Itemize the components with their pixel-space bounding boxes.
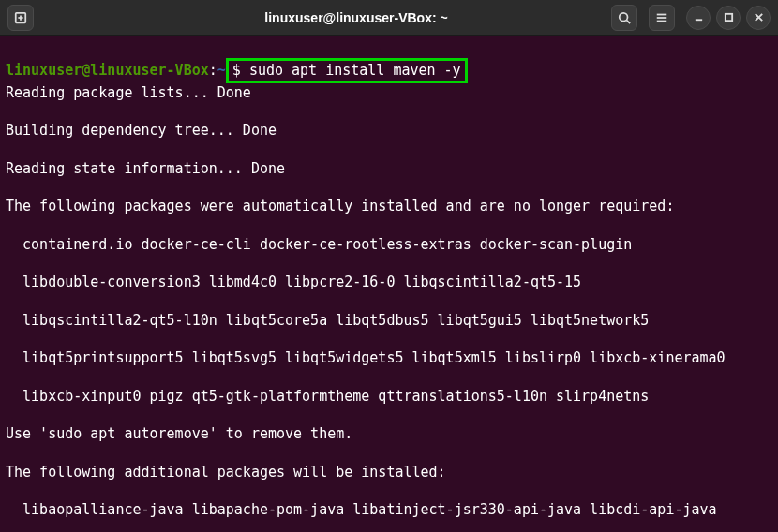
titlebar-left [7, 5, 129, 31]
search-icon [618, 11, 631, 24]
output-line: libaopalliance-java libapache-pom-java l… [6, 500, 772, 519]
hamburger-icon [655, 11, 668, 24]
output-line: Reading package lists... Done [6, 83, 772, 102]
output-line: Building dependency tree... Done [6, 121, 772, 140]
titlebar: linuxuser@linuxuser-VBox: ~ [0, 0, 778, 36]
search-button[interactable] [611, 5, 637, 31]
output-line: libqt5printsupport5 libqt5svg5 libqt5wid… [6, 348, 772, 367]
prompt-user: linuxuser@linuxuser-VBox [6, 62, 209, 79]
minimize-icon [694, 12, 704, 22]
output-line: libxcb-xinput0 pigz qt5-gtk-platformthem… [6, 387, 772, 406]
titlebar-right [583, 5, 771, 31]
svg-rect-9 [725, 14, 731, 21]
close-icon [754, 12, 764, 22]
command-text: sudo apt install maven -y [249, 62, 461, 79]
new-tab-icon [14, 11, 27, 24]
output-line: libdouble-conversion3 libmd4c0 libpcre2-… [6, 273, 772, 291]
svg-line-4 [627, 20, 631, 23]
prompt-path: ~ [217, 62, 226, 79]
svg-point-3 [620, 12, 628, 21]
maximize-icon [724, 12, 734, 22]
output-line: libqscintilla2-qt5-l10n libqt5core5a lib… [6, 311, 772, 330]
output-line: Reading state information... Done [6, 159, 772, 178]
terminal-body[interactable]: linuxuser@linuxuser-VBox:~$ sudo apt ins… [0, 36, 778, 532]
new-tab-button[interactable] [7, 5, 34, 31]
prompt-dollar: $ [232, 62, 241, 79]
minimize-button[interactable] [686, 6, 711, 30]
maximize-button[interactable] [716, 6, 741, 30]
output-line: Use 'sudo apt autoremove' to remove them… [6, 424, 772, 443]
close-button[interactable] [746, 6, 771, 30]
window-title: linuxuser@linuxuser-VBox: ~ [129, 10, 583, 25]
output-line: containerd.io docker-ce-cli docker-ce-ro… [6, 235, 772, 254]
command-highlight-box: $ sudo apt install maven -y [226, 58, 468, 82]
menu-button[interactable] [649, 5, 675, 31]
output-line: The following additional packages will b… [6, 463, 772, 481]
output-line: The following packages were automaticall… [6, 197, 772, 215]
prompt-colon: : [209, 62, 217, 79]
